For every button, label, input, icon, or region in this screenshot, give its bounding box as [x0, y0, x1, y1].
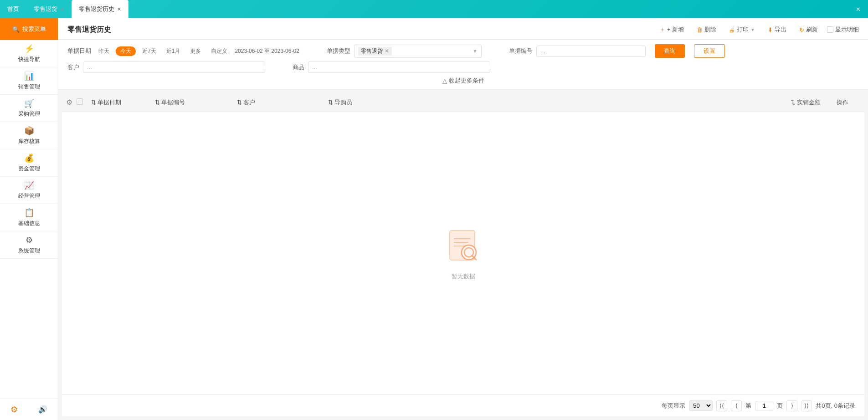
th-date-label: 单据日期 — [98, 98, 121, 107]
table-header-checkbox[interactable] — [77, 98, 84, 107]
new-label: + 新增 — [667, 26, 684, 34]
page-prev-button[interactable]: ⟨ — [731, 400, 742, 411]
sidebar-item-system[interactable]: ⚙ 系统管理 — [0, 231, 58, 259]
tab-retail-return-history-label: 零售退货历史 — [79, 5, 114, 13]
empty-state-icon — [441, 226, 486, 267]
display-detail-checkbox[interactable]: 显示明细 — [827, 26, 859, 34]
type-filter-select[interactable]: 零售退货 ✕ ▼ — [354, 45, 482, 58]
sidebar: 🔍 搜索菜单 ⚡ 快捷导航 📊 销售管理 🛒 采购管理 📦 库存核算 💰 资金管… — [0, 18, 58, 420]
sidebar-item-basic-label: 基础信息 — [18, 220, 40, 227]
per-page-select[interactable]: 50 10 20 100 — [689, 400, 713, 411]
top-bar-close[interactable]: ✕ — [856, 6, 868, 13]
collapse-button[interactable]: △ 收起更多条件 — [442, 77, 484, 85]
date-btn-7days[interactable]: 近7天 — [139, 46, 160, 56]
page-first-button[interactable]: ⟨⟨ — [716, 400, 727, 411]
display-detail-cb[interactable] — [827, 26, 833, 33]
number-filter-item: 单据编号 — [509, 46, 646, 57]
setting-button[interactable]: 设置 — [694, 44, 725, 58]
print-label: 打印 — [737, 26, 749, 34]
sidebar-item-basic[interactable]: 📋 基础信息 — [0, 204, 58, 231]
quicknav-icon: ⚡ — [24, 44, 34, 54]
toolbar: ＋ + 新增 🗑 删除 🖨 打印 ▼ ⬇ 导出 ↻ — [656, 24, 859, 36]
filter-area: 单据日期 昨天 今天 近7天 近1月 更多 自定义 2023-06-02 至 2… — [58, 40, 868, 90]
sidebar-bottom: ⚙ 🔊 — [0, 398, 58, 420]
th-customer-label: 客户 — [243, 98, 255, 107]
sidebar-item-system-label: 系统管理 — [18, 247, 40, 255]
th-date: ⇅ 单据日期 — [87, 98, 151, 107]
date-btn-yesterday[interactable]: 昨天 — [95, 46, 113, 56]
date-filter-item: 单据日期 昨天 今天 近7天 近1月 更多 自定义 2023-06-02 至 2… — [67, 46, 299, 56]
customer-filter-input[interactable] — [83, 61, 265, 73]
sidebar-item-quicknav[interactable]: ⚡ 快捷导航 — [0, 40, 58, 67]
th-action-label: 操作 — [837, 98, 848, 107]
goods-filter-label: 商品 — [293, 63, 304, 72]
date-btn-today[interactable]: 今天 — [116, 46, 136, 56]
export-button[interactable]: ⬇ 导出 — [764, 24, 790, 36]
sidebar-item-finance[interactable]: 💰 资金管理 — [0, 149, 58, 177]
query-button[interactable]: 查询 — [655, 44, 685, 58]
tab-retail-return-history-close[interactable]: ✕ — [117, 6, 121, 12]
sidebar-item-operation[interactable]: 📈 经营管理 — [0, 177, 58, 204]
delete-label: 删除 — [704, 26, 716, 34]
goods-filter-item: 商品 — [293, 61, 490, 73]
goods-filter-input[interactable] — [308, 61, 490, 73]
page-number-input[interactable] — [755, 401, 773, 410]
th-customer: ⇅ 客户 — [233, 98, 324, 107]
date-btn-1month[interactable]: 近1月 — [163, 46, 184, 56]
type-tag-remove[interactable]: ✕ — [385, 48, 389, 54]
new-button[interactable]: ＋ + 新增 — [656, 24, 688, 36]
type-filter-label: 单据类型 — [327, 47, 350, 55]
refresh-button[interactable]: ↻ 刷新 — [796, 24, 822, 36]
date-btn-custom[interactable]: 自定义 — [207, 46, 231, 56]
total-label: 共0页, 0条记录 — [816, 402, 855, 410]
tab-home-label: 首页 — [7, 5, 19, 13]
th-number: ⇅ 单据编号 — [151, 98, 233, 107]
tab-retail-return-history[interactable]: 零售退货历史 ✕ — [72, 0, 128, 18]
sidebar-item-purchase[interactable]: 🛒 采购管理 — [0, 95, 58, 122]
table-settings-icon[interactable]: ⚙ — [66, 99, 73, 106]
collapse-label: 收起更多条件 — [449, 77, 484, 85]
sidebar-item-sales-label: 销售管理 — [18, 83, 40, 91]
type-tag-label: 零售退货 — [361, 47, 383, 55]
tab-retail-return[interactable]: 零售退货 ✕ — [26, 0, 72, 18]
empty-text: 暂无数据 — [452, 272, 475, 281]
refresh-icon: ↻ — [799, 26, 804, 33]
basic-icon: 📋 — [24, 208, 34, 218]
th-guide: ⇅ 导购员 — [324, 98, 770, 107]
search-icon: 🔍 — [12, 26, 20, 33]
date-btn-more[interactable]: 更多 — [186, 46, 205, 56]
page-suffix: 页 — [777, 402, 783, 410]
volume-icon[interactable]: 🔊 — [38, 405, 47, 414]
print-button[interactable]: 🖨 打印 ▼ — [725, 24, 759, 36]
delete-button[interactable]: 🗑 删除 — [693, 24, 720, 36]
sidebar-item-operation-label: 经营管理 — [18, 192, 40, 200]
table-body: 暂无数据 — [62, 112, 864, 394]
tab-home[interactable]: 首页 — [0, 0, 26, 18]
date-range-display: 2023-06-02 至 2023-06-02 — [235, 47, 299, 55]
settings-bottom-icon[interactable]: ⚙ — [10, 405, 18, 415]
number-filter-input[interactable] — [536, 46, 646, 57]
page-last-button[interactable]: ⟩⟩ — [801, 400, 812, 411]
page-next-button[interactable]: ⟩ — [786, 400, 797, 411]
delete-icon: 🗑 — [697, 26, 703, 33]
sidebar-item-sales[interactable]: 📊 销售管理 — [0, 67, 58, 95]
type-filter-item: 单据类型 零售退货 ✕ ▼ — [327, 45, 482, 58]
pagination: 每页显示 50 10 20 100 ⟨⟨ ⟨ 第 页 ⟩ ⟩⟩ 共0页, 0条记… — [62, 394, 864, 416]
print-dropdown-icon: ▼ — [750, 27, 755, 32]
purchase-icon: 🛒 — [24, 98, 34, 108]
tab-retail-return-close[interactable]: ✕ — [60, 6, 64, 12]
th-number-sort-icon: ⇅ — [155, 99, 160, 106]
inventory-icon: 📦 — [24, 126, 34, 136]
print-icon: 🖨 — [729, 26, 735, 33]
table-area: ⚙ ⇅ 单据日期 ⇅ 单据编号 ⇅ 客户 ⇅ 导购员 — [62, 93, 864, 416]
table-header: ⚙ ⇅ 单据日期 ⇅ 单据编号 ⇅ 客户 ⇅ 导购员 — [62, 93, 864, 112]
top-bar: 首页 零售退货 ✕ 零售退货历史 ✕ ✕ — [0, 0, 868, 18]
date-filter-label: 单据日期 — [67, 47, 91, 55]
sidebar-item-purchase-label: 采购管理 — [18, 110, 40, 118]
customer-filter-item: 客户 — [67, 61, 265, 73]
sidebar-search[interactable]: 🔍 搜索菜单 — [0, 18, 58, 40]
new-icon: ＋ — [659, 26, 665, 34]
sales-icon: 📊 — [24, 71, 34, 81]
page-header: 零售退货历史 ＋ + 新增 🗑 删除 🖨 打印 ▼ ⬇ 导出 — [58, 18, 868, 40]
sidebar-item-inventory[interactable]: 📦 库存核算 — [0, 122, 58, 149]
